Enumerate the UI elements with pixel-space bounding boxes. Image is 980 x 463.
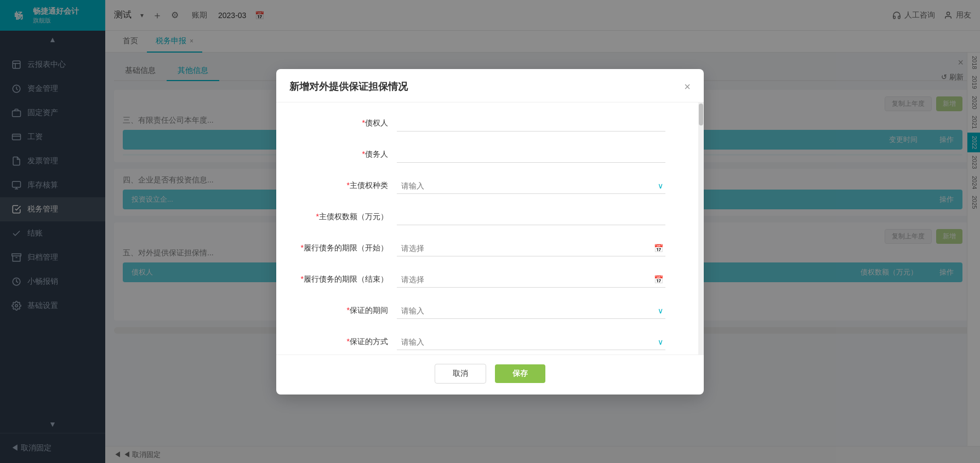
save-button[interactable]: 保存 xyxy=(495,364,545,383)
modal-title: 新增对外提供保证担保情况 xyxy=(289,80,408,93)
input-debtor[interactable] xyxy=(397,147,665,163)
select-debt-type[interactable] xyxy=(397,178,658,193)
modal-scrollbar-thumb[interactable] xyxy=(699,104,703,125)
date-wrap-end: 📅 xyxy=(397,272,665,288)
chevron-guarantee-period-icon[interactable]: ∨ xyxy=(658,306,665,315)
chevron-guarantee-method-icon[interactable]: ∨ xyxy=(658,338,665,346)
modal-overlay: 新增对外提供保证担保情况 × *债权人 *债务人 xyxy=(0,0,980,463)
modal: 新增对外提供保证担保情况 × *债权人 *债务人 xyxy=(276,69,704,395)
select-guarantee-period[interactable] xyxy=(397,303,658,318)
date-wrap-start: 📅 xyxy=(397,241,665,256)
chevron-debt-type-icon[interactable]: ∨ xyxy=(658,181,665,190)
calendar-end-icon[interactable]: 📅 xyxy=(654,275,665,284)
form-row-guarantee-method: *保证的方式 ∨ xyxy=(298,334,665,350)
label-debtor: *债务人 xyxy=(298,150,397,159)
form-row-debt-type: *主债权种类 ∨ xyxy=(298,178,665,194)
input-debt-amount[interactable] xyxy=(397,209,665,225)
form-row-start-date: *履行债务的期限（开始） 📅 xyxy=(298,241,665,256)
label-debt-amount: *主债权数额（万元） xyxy=(298,212,397,222)
input-start-date[interactable] xyxy=(397,241,654,256)
label-creditor: *债权人 xyxy=(298,118,397,128)
form-row-guarantee-period: *保证的期间 ∨ xyxy=(298,303,665,319)
form-row-debtor: *债务人 xyxy=(298,147,665,163)
input-end-date[interactable] xyxy=(397,272,654,287)
select-wrap-guarantee-period: ∨ xyxy=(397,303,665,319)
modal-header: 新增对外提供保证担保情况 × xyxy=(276,69,704,102)
label-start-date: *履行债务的期限（开始） xyxy=(298,243,397,253)
label-guarantee-period: *保证的期间 xyxy=(298,306,397,316)
modal-scrollbar[interactable] xyxy=(698,102,704,355)
input-creditor[interactable] xyxy=(397,116,665,132)
label-guarantee-method: *保证的方式 xyxy=(298,337,397,347)
cancel-button[interactable]: 取消 xyxy=(435,364,486,384)
modal-close-button[interactable]: × xyxy=(684,81,691,92)
calendar-start-icon[interactable]: 📅 xyxy=(654,244,665,253)
label-end-date: *履行债务的期限（结束） xyxy=(298,275,397,284)
form-row-end-date: *履行债务的期限（结束） 📅 xyxy=(298,272,665,288)
select-wrap-guarantee-method: ∨ xyxy=(397,334,665,350)
modal-scroll-body: *债权人 *债务人 *主债权种类 xyxy=(276,102,698,355)
select-guarantee-method[interactable] xyxy=(397,334,658,350)
form-row-creditor: *债权人 xyxy=(298,116,665,132)
form-row-debt-amount: *主债权数额（万元） xyxy=(298,209,665,225)
select-wrap-debt-type: ∨ xyxy=(397,178,665,194)
label-debt-type: *主债权种类 xyxy=(298,181,397,191)
modal-footer: 取消 保存 xyxy=(276,355,704,395)
